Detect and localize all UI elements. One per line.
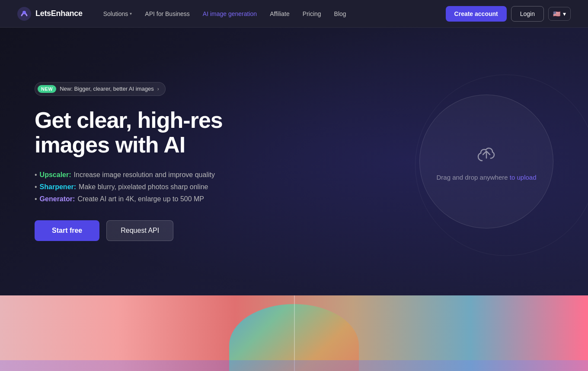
hero-buttons: Start free Request API (35, 220, 294, 241)
upload-link[interactable]: to upload (510, 174, 537, 181)
language-selector[interactable]: 🇺🇸 ▾ (548, 7, 571, 21)
nav-left: LetsEnhance Solutions ▾ API for Business… (17, 7, 352, 21)
chevron-right-icon: › (157, 86, 159, 92)
feature-generator: Generator: Create AI art in 4K, enlarge … (35, 195, 294, 203)
create-account-button[interactable]: Create account (446, 6, 507, 22)
hero-content: NEW New: Bigger, clearer, better AI imag… (35, 82, 294, 241)
chameleon-image-section (0, 295, 588, 371)
hero-features: Upscaler: Increase image resolution and … (35, 171, 294, 203)
upload-dropzone[interactable]: Drag and drop anywhere to upload (419, 95, 553, 228)
login-button[interactable]: Login (511, 6, 544, 22)
upload-text: Drag and drop anywhere to upload (436, 174, 536, 181)
bottom-gradient (0, 360, 588, 371)
image-divider (294, 295, 295, 371)
sharpener-label: Sharpener: (40, 183, 76, 191)
feature-sharpener: Sharpener: Make blurry, pixelated photos… (35, 183, 294, 191)
svg-point-1 (22, 11, 26, 14)
hero-section: NEW New: Bigger, clearer, better AI imag… (0, 28, 588, 295)
nav-solutions[interactable]: Solutions ▾ (98, 8, 137, 20)
new-badge: NEW (38, 85, 56, 93)
upscaler-text: Increase image resolution and improve qu… (74, 171, 215, 179)
nav-blog[interactable]: Blog (329, 8, 352, 20)
generator-label: Generator: (40, 195, 75, 203)
flag-icon: 🇺🇸 (553, 10, 560, 17)
upscaler-label: Upscaler: (40, 171, 71, 179)
nav-right: Create account Login 🇺🇸 ▾ (446, 6, 571, 22)
lang-chevron-icon: ▾ (563, 10, 566, 17)
nav-ai-image[interactable]: AI image generation (198, 8, 262, 20)
start-free-button[interactable]: Start free (35, 220, 99, 241)
nav-api-business[interactable]: API for Business (140, 8, 195, 20)
new-badge-text: New: Bigger, clearer, better AI images (60, 86, 154, 92)
chevron-down-icon: ▾ (130, 11, 132, 16)
nav-pricing[interactable]: Pricing (297, 8, 326, 20)
logo-text: LetsEnhance (35, 9, 83, 18)
nav-links: Solutions ▾ API for Business AI image ge… (98, 8, 352, 20)
new-badge-wrapper[interactable]: NEW New: Bigger, clearer, better AI imag… (35, 82, 166, 96)
logo[interactable]: LetsEnhance (17, 7, 83, 21)
hero-title: Get clear, high-res images with AI (35, 108, 294, 157)
sharpener-text: Make blurry, pixelated photos sharp onli… (79, 183, 208, 191)
generator-text: Create AI art in 4K, enlarge up to 500 M… (77, 195, 204, 203)
request-api-button[interactable]: Request API (106, 220, 173, 241)
navbar: LetsEnhance Solutions ▾ API for Business… (0, 0, 588, 28)
logo-icon (17, 7, 31, 21)
upload-icon (474, 143, 499, 167)
feature-upscaler: Upscaler: Increase image resolution and … (35, 171, 294, 179)
nav-affiliate[interactable]: Affiliate (265, 8, 295, 20)
